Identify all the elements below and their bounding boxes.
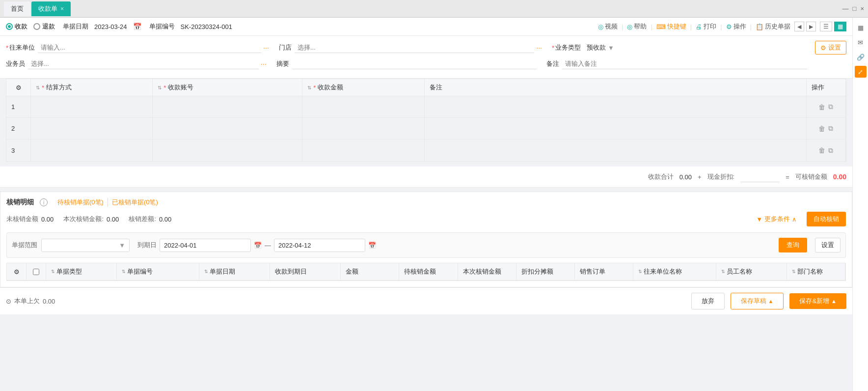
tab-links: 待核销单据(0笔) 已核销单据(0笔) — [54, 198, 162, 207]
shortcuts-btn[interactable]: ⌨ 快捷键 — [656, 22, 686, 31]
sidebar-mail-icon[interactable]: ✉ — [855, 36, 867, 48]
delete-icon-3[interactable]: 🗑 — [818, 146, 825, 154]
td-remark-1[interactable] — [425, 96, 807, 117]
stats-row: 未核销金额 0.00 本次核销金额: 0.00 核销差额: 0.00 ▼ 更多条… — [6, 212, 846, 226]
pending-tab[interactable]: 待核销单据(0笔) — [54, 198, 108, 207]
operations-icon: ⚙ — [726, 23, 732, 30]
select-all-checkbox[interactable] — [33, 269, 39, 275]
delete-icon-2[interactable]: 🗑 — [818, 125, 825, 133]
tab-close-icon[interactable]: × — [60, 5, 64, 12]
range-select[interactable]: ▼ — [41, 239, 130, 252]
td-remark-2[interactable] — [425, 118, 807, 139]
radio-receipt[interactable]: 收款 — [6, 22, 27, 31]
table-row: 1 🗑 ⧉ — [6, 96, 846, 118]
discount-input[interactable] — [740, 171, 780, 182]
td-amount-3[interactable] — [302, 140, 424, 161]
td-op-1: 🗑 ⧉ — [807, 96, 846, 117]
partner-input[interactable] — [38, 42, 261, 53]
bth-gear-icon: ⚙ — [14, 268, 20, 276]
video-icon: ◎ — [598, 23, 603, 30]
td-remark-3[interactable] — [425, 140, 807, 161]
td-settlement-3[interactable] — [31, 140, 153, 161]
range-filter: 单据范围 ▼ — [12, 239, 130, 252]
sidebar-expand-icon[interactable]: ⤢ — [855, 66, 867, 78]
window-maximize[interactable]: □ — [853, 5, 857, 12]
list-view-btn[interactable]: ☰ — [820, 22, 832, 31]
sidebar-link-icon[interactable]: 🔗 — [855, 51, 867, 63]
shortcuts-icon: ⌨ — [656, 23, 666, 30]
window-minimize[interactable]: — — [842, 5, 849, 12]
print-btn[interactable]: 🖨 打印 — [696, 22, 716, 31]
tab-receipt[interactable]: 收款单 × — [31, 1, 71, 16]
th-account: ⇅ * 收款账号 — [153, 79, 302, 96]
partner-more-icon[interactable]: ··· — [263, 44, 269, 52]
calendar-icon[interactable]: 📅 — [133, 23, 141, 30]
settings-button[interactable]: ⚙ 设置 — [815, 41, 846, 55]
copy-icon-2[interactable]: ⧉ — [828, 124, 833, 133]
td-account-1[interactable] — [153, 96, 302, 117]
bth-partner: ⇅ 往来单位名称 — [633, 263, 716, 280]
table-row: 3 🗑 ⧉ — [6, 140, 846, 161]
prev-arrow[interactable]: ◀ — [794, 22, 804, 31]
business-type-arrow[interactable]: ▼ — [608, 44, 614, 52]
td-amount-1[interactable] — [302, 96, 424, 117]
history-btn[interactable]: 📋 历史单据 — [756, 22, 790, 31]
tab-home[interactable]: 首页 — [4, 1, 30, 16]
info-icon[interactable]: i — [40, 198, 48, 206]
bth-check[interactable] — [27, 263, 46, 280]
receipt-type-group: 收款 退款 — [6, 22, 55, 31]
sidebar-table-icon[interactable]: ▦ — [855, 22, 867, 33]
number-field: 单据编号 SK-20230324-001 — [149, 22, 233, 31]
filter-icon: ▼ — [756, 216, 762, 223]
copy-icon-3[interactable]: ⧉ — [828, 146, 833, 155]
save-draft-button[interactable]: 保存草稿 ▲ — [731, 293, 784, 309]
store-input[interactable] — [295, 42, 534, 53]
calendar-from-icon[interactable]: 📅 — [254, 242, 262, 249]
th-settings[interactable]: ⚙ — [6, 79, 31, 96]
th-op: 操作 — [807, 79, 846, 96]
staff-input[interactable] — [28, 58, 259, 69]
done-tab[interactable]: 已核销单据(0笔) — [108, 198, 162, 207]
bth-settings[interactable]: ⚙ — [7, 263, 27, 280]
section-title: 核销明细 — [6, 198, 34, 207]
staff-more-icon[interactable]: ··· — [261, 60, 267, 68]
form-area: * 往来单位 ··· 门店 ··· * 业务类型 预收款 — [0, 36, 852, 79]
date-to-input[interactable] — [274, 239, 365, 252]
delete-icon-1[interactable]: 🗑 — [818, 103, 825, 111]
quota-value: 0.00 — [43, 298, 55, 305]
save-new-button[interactable]: 保存&新增 ▲ — [789, 293, 846, 309]
summary-input[interactable] — [292, 58, 537, 69]
abandon-button[interactable]: 放弃 — [691, 293, 725, 309]
bth-code: ⇅ 单据编号 — [117, 263, 199, 280]
business-type-value: 预收款 — [587, 43, 606, 52]
radio-refund[interactable]: 退款 — [33, 22, 55, 31]
calendar-to-icon[interactable]: 📅 — [368, 242, 376, 249]
summary-row: 收款合计 0.00 + 现金折扣: = 可核销金额 0.00 — [0, 167, 852, 188]
help-btn[interactable]: ◎ 帮助 — [627, 22, 647, 31]
footer-info: ⊙ 本单上欠 0.00 — [6, 297, 55, 306]
toolbar-actions: ◎ 视频 | ◎ 帮助 | ⌨ 快捷键 | 🖨 打印 | — [598, 22, 846, 31]
td-account-3[interactable] — [153, 140, 302, 161]
radio-refund-dot — [33, 23, 40, 30]
next-arrow[interactable]: ▶ — [806, 22, 816, 31]
view-toggle: ☰ ▦ — [820, 22, 846, 31]
store-more-icon[interactable]: ··· — [536, 44, 542, 52]
grid-view-btn[interactable]: ▦ — [834, 22, 846, 31]
date-from-input[interactable] — [160, 239, 251, 252]
operations-btn[interactable]: ⚙ 操作 — [726, 22, 746, 31]
td-settlement-2[interactable] — [31, 118, 153, 139]
td-amount-2[interactable] — [302, 118, 424, 139]
td-account-2[interactable] — [153, 118, 302, 139]
query-button[interactable]: 查询 — [779, 238, 807, 252]
td-op-3: 🗑 ⧉ — [807, 140, 846, 161]
video-btn[interactable]: ◎ 视频 — [598, 22, 618, 31]
bth-pending: 待核销金额 — [399, 263, 458, 280]
auto-verification-btn[interactable]: 自动核销 — [807, 212, 846, 226]
window-close[interactable]: × — [860, 5, 864, 12]
main-toolbar: 收款 退款 单据日期 2023-03-24 📅 单据编号 SK-20230324… — [0, 18, 852, 36]
more-conditions-btn[interactable]: ▼ 更多条件 ∧ — [756, 215, 797, 223]
copy-icon-1[interactable]: ⧉ — [828, 103, 833, 111]
td-settlement-1[interactable] — [31, 96, 153, 117]
filter-settings-btn[interactable]: 设置 — [815, 238, 841, 252]
remark-input[interactable] — [562, 58, 807, 69]
